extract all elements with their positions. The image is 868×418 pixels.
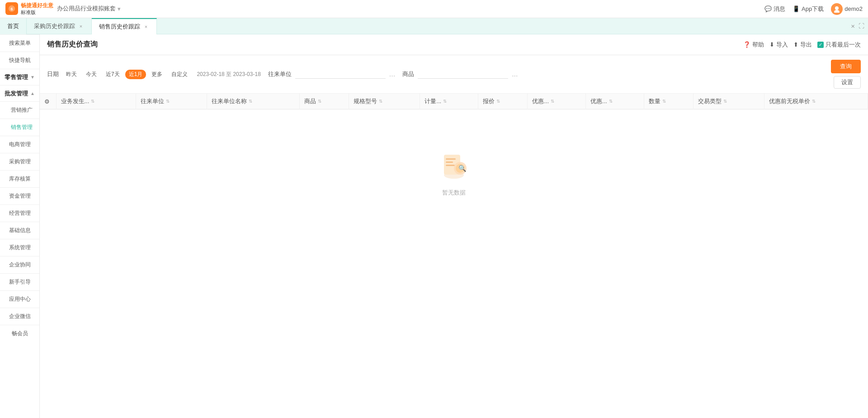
export-btn[interactable]: ⬆ 导出 (793, 41, 812, 49)
sidebar-item-wholesale[interactable]: 批发管理 ▲ (0, 85, 39, 101)
sort-icon: ⇅ (812, 100, 816, 103)
sidebar-retail-label: 零售管理 (5, 73, 28, 81)
tab-bar: 首页 采购历史价跟踪 × 销售历史价跟踪 × × ⛶ (0, 18, 868, 34)
help-btn[interactable]: ❓ 帮助 (743, 41, 764, 49)
sidebar-item-shortcut[interactable]: 快捷导航 (0, 52, 39, 69)
sidebar-item-search[interactable]: 搜索菜单 (0, 34, 39, 52)
sidebar-item-operations[interactable]: 经营管理 (0, 204, 39, 222)
message-icon: 💬 (764, 5, 772, 12)
date-opt-today[interactable]: 今天 (82, 70, 100, 79)
logo-area: 6 畅捷通好生意 标准版 (5, 2, 53, 16)
sort-icon: ⇅ (91, 100, 94, 103)
empty-state: 🔍 暂无数据 (40, 109, 868, 233)
svg-point-2 (835, 6, 839, 10)
purchase-history-tab-label: 采购历史价跟踪 (34, 22, 75, 30)
sidebar-item-newbie[interactable]: 新手引导 (0, 273, 39, 290)
page-header-actions: ❓ 帮助 ⬇ 导入 ⬆ 导出 只看最后一次 (743, 41, 861, 54)
sidebar-item-app-center[interactable]: 应用中心 (0, 290, 39, 308)
th-trade-type[interactable]: 交易类型⇅ (693, 94, 764, 109)
app-download-btn[interactable]: 📱 App下载 (793, 5, 824, 13)
date-label: 日期 (47, 70, 59, 78)
th-partner-name[interactable]: 往来单位名称⇅ (207, 94, 300, 109)
th-goods[interactable]: 商品⇅ (300, 94, 349, 109)
only-last-checkbox[interactable]: 只看最后一次 (817, 41, 861, 49)
th-discount2[interactable]: 优惠...⇅ (586, 94, 644, 109)
sidebar-item-member[interactable]: 畅会员 (0, 325, 39, 342)
sidebar-item-system[interactable]: 系统管理 (0, 239, 39, 256)
close-purchase-history-tab[interactable]: × (78, 23, 84, 29)
th-price[interactable]: 报价⇅ (478, 94, 528, 109)
sidebar-item-marketing[interactable]: 营销推广 (0, 101, 39, 119)
sidebar-item-retail[interactable]: 零售管理 ▼ (0, 69, 39, 85)
date-range: 2023-02-18 至 2023-03-18 (197, 71, 260, 78)
th-discount1[interactable]: 优惠...⇅ (528, 94, 586, 109)
sort-icon: ⇅ (496, 100, 500, 103)
import-btn[interactable]: ⬇ 导入 (769, 41, 788, 49)
tab-purchase-history[interactable]: 采购历史价跟踪 × (27, 18, 92, 34)
svg-rect-8 (446, 165, 455, 166)
content-area: 销售历史价查询 ❓ 帮助 ⬇ 导入 ⬆ 导出 (40, 34, 868, 418)
sidebar-item-finance[interactable]: 资金管理 (0, 187, 39, 204)
th-biz-date[interactable]: 业务发生...⇅ (56, 94, 136, 109)
tab-bar-right: × ⛶ (851, 22, 868, 30)
empty-text: 暂无数据 (442, 189, 466, 197)
goods-input[interactable] (418, 70, 508, 79)
help-icon: ❓ (743, 41, 750, 48)
th-qty[interactable]: 数量⇅ (644, 94, 693, 109)
query-btn[interactable]: 查询 (831, 60, 861, 73)
date-filter-group: 日期 昨天 今天 近7天 近1月 更多 自定义 2023-02-18 至 202… (47, 70, 261, 79)
page-wrapper: 销售历史价查询 ❓ 帮助 ⬇ 导入 ⬆ 导出 (40, 34, 868, 418)
sort-icon: ⇅ (609, 100, 613, 103)
date-options: 昨天 今天 近7天 近1月 更多 自定义 (62, 70, 191, 79)
svg-text:🔍: 🔍 (458, 165, 467, 172)
sidebar-item-sales-mgmt[interactable]: 销售管理 (0, 119, 39, 136)
dropdown-icon[interactable]: ▾ (118, 5, 121, 12)
settings-btn[interactable]: 设置 (834, 76, 861, 89)
tab-sales-history[interactable]: 销售历史价跟踪 × (92, 18, 157, 34)
date-opt-last7[interactable]: 近7天 (102, 70, 123, 79)
tab-home[interactable]: 首页 (0, 18, 27, 34)
th-spec[interactable]: 规格型号⇅ (349, 94, 420, 109)
goods-dots[interactable]: ... (512, 70, 518, 78)
table-header-row: ⚙ 业务发生...⇅ 往来单位⇅ 往来单位名称⇅ (40, 94, 868, 109)
filter-actions: 查询 设置 (831, 60, 861, 89)
th-pre-tax-price[interactable]: 优惠前无税单价⇅ (764, 94, 868, 109)
date-opt-more[interactable]: 更多 (148, 70, 166, 79)
sidebar-item-ecommerce[interactable]: 电商管理 (0, 136, 39, 153)
logo-icon: 6 (5, 2, 18, 15)
th-settings[interactable]: ⚙ (40, 94, 56, 109)
app-icon: 📱 (793, 5, 800, 12)
partner-dots[interactable]: ... (389, 70, 395, 78)
user-menu[interactable]: demo2 (831, 3, 863, 15)
th-unit[interactable]: 计量...⇅ (420, 94, 478, 109)
sidebar-item-purchase[interactable]: 采购管理 (0, 153, 39, 170)
date-opt-custom[interactable]: 自定义 (168, 70, 191, 79)
sort-icon: ⇅ (551, 100, 554, 103)
th-partner-code[interactable]: 往来单位⇅ (136, 94, 207, 109)
data-table: ⚙ 业务发生...⇅ 往来单位⇅ 往来单位名称⇅ (40, 94, 868, 109)
close-all-tabs-icon[interactable]: × (851, 22, 855, 30)
table-header: ⚙ 业务发生...⇅ 往来单位⇅ 往来单位名称⇅ (40, 94, 868, 109)
close-sales-history-tab[interactable]: × (143, 24, 149, 30)
sidebar-item-inventory[interactable]: 库存核算 (0, 170, 39, 187)
top-bar-left: 6 畅捷通好生意 标准版 办公用品行业模拟账套 ▾ (5, 2, 121, 16)
svg-rect-7 (446, 162, 453, 163)
avatar (831, 3, 843, 15)
sort-icon: ⇅ (379, 100, 382, 103)
goods-filter-group: 商品 ... (402, 70, 518, 79)
sidebar-item-enterprise-wechat[interactable]: 企业微信 (0, 308, 39, 325)
message-btn[interactable]: 💬 消息 (764, 5, 785, 13)
filter-bar: 日期 昨天 今天 近7天 近1月 更多 自定义 2023-02-18 至 202… (40, 55, 868, 94)
date-opt-last1m[interactable]: 近1月 (125, 70, 146, 79)
sidebar: 搜索菜单 快捷导航 零售管理 ▼ 批发管理 ▲ 营销推广 销售管理 电商管理 采… (0, 34, 40, 418)
date-opt-yesterday[interactable]: 昨天 (62, 70, 80, 79)
sidebar-item-enterprise-coop[interactable]: 企业协同 (0, 256, 39, 273)
partner-input[interactable] (295, 70, 386, 79)
sidebar-item-basic-info[interactable]: 基础信息 (0, 222, 39, 239)
svg-text:6: 6 (10, 7, 13, 11)
main-layout: 搜索菜单 快捷导航 零售管理 ▼ 批发管理 ▲ 营销推广 销售管理 电商管理 采… (0, 34, 868, 418)
top-bar-right: 💬 消息 📱 App下载 demo2 (764, 3, 863, 15)
sort-icon: ⇅ (318, 100, 321, 103)
sales-history-tab-label: 销售历史价跟踪 (99, 23, 140, 31)
maximize-icon[interactable]: ⛶ (859, 23, 864, 29)
